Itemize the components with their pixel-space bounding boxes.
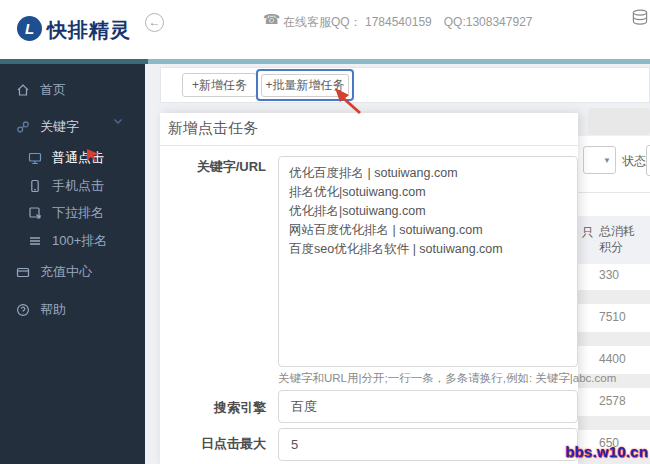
- table-row: 2578: [578, 390, 650, 432]
- search-engine-label: 搜索引擎: [160, 399, 266, 417]
- table-row: 330: [578, 264, 650, 306]
- phone-handset-icon: ☎: [263, 11, 280, 27]
- table-row: 7510: [578, 306, 650, 348]
- dialog-title: 新增点击任务: [168, 119, 258, 138]
- sidebar-item-dropdown-rank[interactable]: 下拉排名: [0, 199, 145, 227]
- points-value: 2578: [599, 394, 626, 408]
- watermark-text: bbs.w10.cn: [556, 443, 648, 460]
- add-task-button[interactable]: +新增任务: [182, 73, 257, 97]
- list-icon: [28, 234, 42, 248]
- annotation-cursor-icon: [84, 146, 102, 164]
- sidebar-item-100-rank[interactable]: 100+排名: [0, 227, 145, 255]
- link-icon: [16, 120, 30, 134]
- daily-max-input[interactable]: [278, 428, 578, 461]
- wallet-icon: [16, 265, 30, 279]
- home-icon: [16, 83, 30, 97]
- dropdown-rank-icon: [28, 206, 42, 220]
- table-header-partial: 只: [582, 224, 594, 241]
- sidebar-item-label: 帮助: [40, 301, 66, 319]
- header-divider-dark: [0, 59, 148, 64]
- points-value: 4400: [599, 352, 626, 366]
- app-root: L 快排精灵 ← ☎ 在线客服QQ： 1784540159 QQ:1308347…: [0, 0, 650, 464]
- sidebar-item-label: 100+排名: [52, 232, 107, 250]
- background-button: [588, 108, 650, 135]
- sidebar-item-recharge[interactable]: 充值中心: [0, 258, 145, 286]
- logo-icon: L: [17, 16, 42, 41]
- sidebar-item-home[interactable]: 首页: [0, 76, 145, 104]
- database-icon[interactable]: [630, 8, 650, 28]
- search-engine-input[interactable]: [278, 390, 578, 423]
- keyword-helper-text: 关键字和URL用|分开;一行一条，多条请换行,例如: 关键字|abc.com: [278, 371, 616, 386]
- sidebar-item-label: 充值中心: [40, 263, 92, 281]
- row-band: [578, 332, 650, 346]
- sidebar-item-mobile-click[interactable]: 手机点击: [0, 172, 145, 200]
- table-header-points: 总消耗积分: [599, 223, 639, 255]
- keyword-url-label: 关键字/URL: [160, 158, 266, 176]
- sidebar-item-label: 手机点击: [52, 177, 104, 195]
- caret-down-icon: ▼: [603, 156, 611, 165]
- row-band: [578, 416, 650, 430]
- table-header: 只 总消耗积分: [578, 216, 650, 264]
- keyword-textarea[interactable]: 优化百度排名 | sotuiwang.com 排名优化|sotuiwang.co…: [278, 156, 578, 367]
- sidebar-nav: 首页 关键字 普通点击: [0, 64, 145, 464]
- status-filter-input[interactable]: [646, 145, 650, 176]
- help-icon: [16, 303, 30, 317]
- sidebar-item-help[interactable]: 帮助: [0, 296, 145, 324]
- sidebar-item-normal-click[interactable]: 普通点击: [0, 144, 145, 172]
- sidebar-item-label: 下拉排名: [52, 204, 104, 222]
- annotation-arrow-icon: [328, 86, 366, 116]
- points-value: 7510: [599, 310, 626, 324]
- status-filter-select[interactable]: ▼: [583, 146, 616, 174]
- points-value: 330: [599, 268, 619, 282]
- app-title: 快排精灵: [47, 17, 131, 44]
- sidebar-item-keyword[interactable]: 关键字: [0, 113, 145, 141]
- customer-service-text: 在线客服QQ： 1784540159 QQ:1308347927: [283, 14, 532, 31]
- row-band: [578, 290, 650, 304]
- status-label: 状态: [622, 153, 646, 170]
- top-header: L 快排精灵 ← ☎ 在线客服QQ： 1784540159 QQ:1308347…: [0, 0, 650, 59]
- table-top-border: [578, 192, 650, 193]
- daily-max-label: 日点击最大: [160, 435, 266, 453]
- mobile-icon: [28, 179, 42, 193]
- sidebar-item-label: 关键字: [40, 118, 79, 136]
- dialog-title-divider: [160, 145, 578, 146]
- monitor-icon: [28, 151, 42, 165]
- back-icon[interactable]: ←: [145, 13, 164, 32]
- sidebar-item-label: 首页: [40, 81, 66, 99]
- chevron-down-icon: [112, 115, 124, 127]
